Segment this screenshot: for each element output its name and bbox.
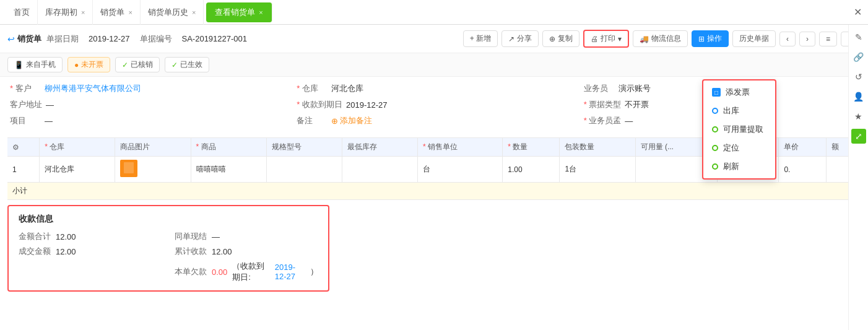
doc-title-area: ↩ 销货单 单据日期 2019-12-27 单据编号 SA-20191227-0…	[7, 33, 463, 45]
dropdown-locate[interactable]: 定位	[703, 139, 775, 157]
close-sales-order[interactable]: ×	[128, 9, 132, 16]
cumulative-label: 累计收款	[175, 246, 207, 257]
owed-close: ）	[310, 266, 318, 277]
logistics-button[interactable]: 🚚 物流信息	[633, 30, 688, 47]
tab-stock-init[interactable]: 库存期初 ×	[38, 0, 93, 25]
right-sidebar: ✎ 🔗 ↺ 👤 ★ ⤢	[848, 25, 868, 330]
status-bar: 📱 来自手机 ● 未开票 ✓ 已核销 ✓ 已生效	[0, 53, 868, 77]
tab-sales-order[interactable]: 销货单 ×	[93, 0, 140, 25]
col-sales-unit: 销售单位	[418, 138, 503, 157]
sidebar-star-icon[interactable]: ★	[851, 109, 866, 124]
print-dropdown-arrow: ▾	[618, 35, 622, 43]
prev-button[interactable]: ‹	[779, 32, 796, 46]
tab-home[interactable]: 首页	[6, 0, 38, 25]
ticket-value: 不开票	[625, 99, 649, 110]
product-image	[120, 160, 137, 177]
copy-button[interactable]: ⊕ 复制	[542, 30, 579, 47]
row-sales-unit: 台	[418, 157, 503, 183]
add-invoice-icon: □	[712, 88, 721, 97]
operations-button[interactable]: ⊞ 操作	[692, 30, 729, 47]
sales-staff-value: —	[625, 116, 633, 126]
dropdown-quantity-extract[interactable]: 可用量提取	[703, 120, 775, 139]
ticket-label: 票据类型	[584, 99, 622, 110]
sidebar-refresh-icon[interactable]: ↺	[851, 69, 866, 84]
date-label: 单据日期	[46, 33, 79, 45]
total-amount-label: 金额合计	[19, 231, 51, 242]
sidebar-link-icon[interactable]: 🔗	[851, 50, 866, 64]
col-spec: 规格型号	[266, 138, 342, 157]
add-note-button[interactable]: ⊕ 添加备注	[331, 115, 372, 126]
doc-meta: 单据日期 2019-12-27 单据编号 SA-20191227-001	[46, 33, 247, 45]
history-button[interactable]: 历史单据	[732, 30, 776, 47]
operations-dropdown: □ 添发票 出库 可用量提取 定位 刷新	[702, 79, 776, 180]
customer-value[interactable]: 柳州粤港平安气体有限公司	[45, 83, 141, 94]
list-view-button[interactable]: ≡	[819, 32, 837, 46]
col-product-img: 商品图片	[115, 138, 191, 157]
next-button[interactable]: ›	[799, 32, 815, 46]
copy-icon: ⊕	[549, 35, 555, 43]
date-value: 2019-12-27	[89, 34, 130, 43]
dropdown-add-invoice[interactable]: □ 添发票	[703, 83, 775, 102]
grid-icon: ⊞	[698, 35, 705, 43]
check-icon: ✓	[122, 61, 128, 69]
note-label: 备注	[297, 115, 328, 126]
new-button[interactable]: + 新增	[463, 30, 498, 47]
row-quantity: 1.00	[503, 157, 560, 183]
payment-date-field: 收款到期日 2019-12-27	[297, 99, 571, 110]
customer-field: 客户 柳州粤港平安气体有限公司	[10, 83, 284, 94]
sidebar-edit-icon[interactable]: ✎	[851, 30, 866, 45]
dropdown-outbound[interactable]: 出库	[703, 102, 775, 120]
warehouse-value: 河北仓库	[331, 83, 363, 94]
cumulative-value: 12.00	[212, 247, 232, 256]
ticket-icon: ●	[74, 61, 79, 69]
global-close-button[interactable]: ✕	[854, 6, 862, 18]
phone-icon: 📱	[14, 61, 24, 69]
project-field: 项目 —	[10, 115, 284, 126]
owed-value: 0.00	[212, 267, 227, 277]
same-order-row: 同单现结 —	[175, 231, 318, 242]
col-pack-qty: 包装数量	[560, 138, 635, 157]
warehouse-field: 仓库 河北仓库	[297, 83, 571, 94]
number-value: SA-20191227-001	[182, 34, 248, 43]
close-sales-history[interactable]: ×	[192, 9, 196, 16]
sales-staff-label: 业务员孟	[584, 115, 622, 126]
subtotal-label: 小计	[7, 183, 861, 200]
doc-title: 销货单	[17, 33, 41, 45]
outbound-icon	[712, 108, 718, 114]
doc-icon-area: ↩ 销货单	[7, 33, 41, 45]
transaction-value: 12.00	[56, 247, 76, 256]
doc-header: ↩ 销货单 单据日期 2019-12-27 单据编号 SA-20191227-0…	[0, 25, 868, 53]
from-phone-button[interactable]: 📱 来自手机	[7, 57, 63, 72]
col-unit-price: 单价	[779, 138, 827, 157]
number-label: 单据编号	[140, 33, 172, 45]
effective-button[interactable]: ✓ 已生效	[165, 57, 209, 72]
share-icon: ↗	[508, 35, 514, 43]
sidebar-user-icon[interactable]: 👤	[851, 89, 866, 104]
row-warehouse: 河北仓库	[40, 157, 115, 183]
close-stock-init[interactable]: ×	[81, 9, 85, 16]
row-product: 嘻嘻嘻嘻	[191, 157, 266, 183]
truck-icon: 🚚	[640, 35, 649, 43]
transaction-row: 成交金额 12.00	[19, 246, 162, 257]
col-warehouse: 仓库	[40, 138, 115, 157]
plus-icon: ⊕	[331, 116, 338, 126]
payment-info-box: 收款信息 金额合计 12.00 同单现结 — 成交金额 12.00 累计收款 1…	[7, 205, 329, 292]
print-button[interactable]: 🖨 打印 ▾	[583, 30, 629, 48]
not-open-button[interactable]: ● 未开票	[67, 57, 110, 72]
locate-icon	[712, 145, 718, 151]
check-icon-2: ✓	[171, 61, 178, 69]
gear-icon[interactable]: ⚙	[12, 143, 19, 152]
warehouse-label: 仓库	[297, 83, 328, 94]
share-button[interactable]: ↗ 分享	[501, 30, 539, 47]
address-value: —	[46, 100, 54, 110]
sales-order-icon: ↩	[7, 34, 15, 44]
sidebar-expand-icon[interactable]: ⤢	[851, 129, 866, 144]
dropdown-refresh[interactable]: 刷新	[703, 157, 775, 176]
verified-button[interactable]: ✓ 已核销	[115, 57, 160, 72]
tab-sales-history[interactable]: 销货单历史 ×	[141, 0, 204, 25]
transaction-label: 成交金额	[19, 246, 51, 257]
note-field: 备注 ⊕ 添加备注	[297, 115, 571, 126]
tab-view-sales[interactable]: 查看销货单 ×	[206, 2, 272, 22]
close-view-sales[interactable]: ×	[259, 9, 263, 16]
col-min-stock: 最低库存	[342, 138, 417, 157]
